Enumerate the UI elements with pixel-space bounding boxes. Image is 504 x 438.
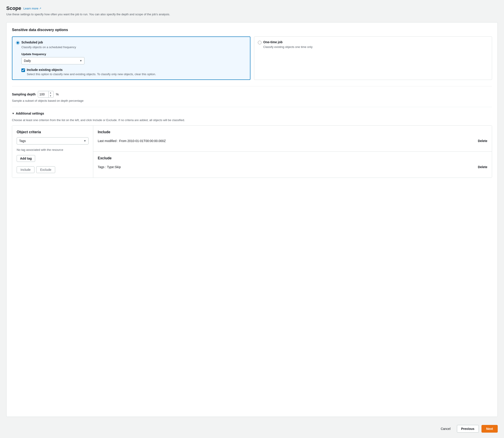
criteria-type-select[interactable]: Tags File extensions Last modified bbox=[17, 137, 89, 144]
one-time-job-label: One-time job bbox=[263, 40, 283, 44]
frequency-select-wrapper: Daily Weekly Monthly ▼ bbox=[21, 57, 84, 64]
exclude-item-row: Tags : Type:Skip Delete bbox=[98, 164, 487, 171]
page-title: Scope bbox=[6, 5, 21, 11]
scheduled-job-desc: Classify objects on a scheduled frequenc… bbox=[21, 45, 246, 49]
sampling-input-wrapper: ▲ ▼ bbox=[38, 91, 54, 98]
additional-settings-section: ▼ Additional settings Choose at least on… bbox=[12, 112, 492, 178]
criteria-panels: Object criteria Tags File extensions Las… bbox=[12, 125, 492, 178]
scheduled-job-label: Scheduled job bbox=[21, 41, 43, 44]
one-time-job-option[interactable]: One-time job Classify existing objects o… bbox=[254, 36, 492, 80]
include-existing-label: Include existing objects bbox=[27, 68, 63, 72]
include-item-text: Last modified : From 2010-01-01T00:00:00… bbox=[98, 139, 166, 143]
exclude-panel: Exclude Tags : Type:Skip Delete bbox=[93, 152, 492, 178]
exclude-item-text: Tags : Type:Skip bbox=[98, 165, 121, 169]
divider-1 bbox=[12, 86, 492, 87]
include-item-delete[interactable]: Delete bbox=[478, 139, 487, 143]
page-container: Scope Learn more ↗ Use these settings to… bbox=[0, 0, 504, 438]
scheduled-job-option[interactable]: Scheduled job Classify objects on a sche… bbox=[12, 36, 250, 80]
update-frequency-section: Update frequency Daily Weekly Monthly ▼ bbox=[21, 53, 246, 64]
additional-settings-header[interactable]: ▼ Additional settings bbox=[12, 112, 492, 115]
main-card: Sensitive data discovery options Schedul… bbox=[6, 22, 498, 417]
next-button[interactable]: Next bbox=[482, 425, 498, 433]
exclude-item-delete[interactable]: Delete bbox=[478, 165, 487, 169]
additional-settings-desc: Choose at least one criterion from the l… bbox=[12, 118, 492, 122]
page-header: Scope Learn more ↗ Use these settings to… bbox=[6, 5, 498, 21]
footer-actions: Cancel Previous Next bbox=[6, 421, 498, 434]
scheduled-job-header: Scheduled job bbox=[16, 41, 246, 44]
include-panel-title: Include bbox=[98, 130, 487, 134]
sensitive-data-section: Sensitive data discovery options Schedul… bbox=[12, 28, 492, 178]
sampling-spinners: ▲ ▼ bbox=[48, 91, 53, 98]
sampling-label: Sampling depth bbox=[12, 92, 36, 96]
criteria-right-panel: Include Last modified : From 2010-01-01T… bbox=[93, 126, 492, 178]
page-description: Use these settings to specify how often … bbox=[6, 13, 498, 16]
sampling-input[interactable] bbox=[38, 91, 48, 97]
include-existing-checkbox[interactable] bbox=[21, 68, 25, 72]
sampling-row: Sampling depth ▲ ▼ % bbox=[12, 91, 492, 98]
criteria-left-panel: Object criteria Tags File extensions Las… bbox=[12, 126, 93, 178]
one-time-job-radio[interactable] bbox=[258, 41, 261, 44]
add-tag-button[interactable]: Add tag bbox=[17, 155, 35, 162]
include-existing-desc: Select this option to classify new and e… bbox=[27, 73, 246, 76]
sampling-unit: % bbox=[56, 92, 58, 96]
include-panel: Include Last modified : From 2010-01-01T… bbox=[93, 126, 492, 152]
include-button[interactable]: Include bbox=[17, 166, 34, 173]
additional-settings-title: Additional settings bbox=[16, 112, 44, 115]
include-existing-section: Include existing objects Select this opt… bbox=[21, 68, 246, 76]
divider-2 bbox=[12, 107, 492, 107]
cancel-button[interactable]: Cancel bbox=[437, 425, 454, 432]
sampling-up-btn[interactable]: ▲ bbox=[49, 91, 53, 94]
external-link-icon: ↗ bbox=[39, 7, 41, 10]
sampling-section: Sampling depth ▲ ▼ % Sample a subset of … bbox=[12, 91, 492, 102]
scheduled-job-radio[interactable] bbox=[16, 41, 20, 44]
exclude-button[interactable]: Exclude bbox=[36, 166, 55, 173]
one-time-job-header: One-time job bbox=[258, 40, 488, 44]
tags-select-wrapper: Tags File extensions Last modified ▼ bbox=[17, 137, 89, 144]
sampling-down-btn[interactable]: ▼ bbox=[49, 94, 53, 98]
page-title-row: Scope Learn more ↗ bbox=[6, 5, 498, 11]
update-freq-label: Update frequency bbox=[21, 53, 246, 56]
section-title: Sensitive data discovery options bbox=[12, 28, 492, 32]
previous-button[interactable]: Previous bbox=[457, 425, 479, 433]
sampling-hint: Sample a subset of objects based on dept… bbox=[12, 99, 492, 102]
learn-more-label: Learn more bbox=[23, 7, 38, 10]
object-criteria-title: Object criteria bbox=[17, 130, 89, 134]
include-existing-row: Include existing objects bbox=[21, 68, 246, 72]
frequency-select[interactable]: Daily Weekly Monthly bbox=[21, 57, 84, 64]
criteria-actions: Include Exclude bbox=[17, 166, 89, 173]
learn-more-link[interactable]: Learn more ↗ bbox=[23, 7, 41, 10]
one-time-job-desc: Classify existing objects one time only bbox=[263, 45, 488, 49]
options-row: Scheduled job Classify objects on a sche… bbox=[12, 36, 492, 80]
no-tag-text: No tag associated with the resource bbox=[17, 148, 89, 152]
exclude-panel-title: Exclude bbox=[98, 156, 487, 160]
include-item-row: Last modified : From 2010-01-01T00:00:00… bbox=[98, 137, 487, 144]
collapse-arrow-icon: ▼ bbox=[12, 112, 14, 115]
